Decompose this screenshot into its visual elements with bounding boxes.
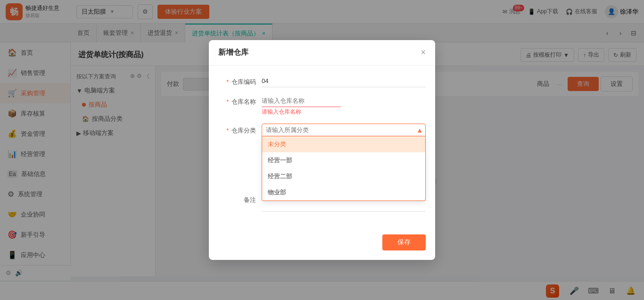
remark-label: 备注 xyxy=(218,193,256,204)
name-required-star: * xyxy=(226,98,229,105)
modal-overlay: 新增仓库 × * 仓库编码 * 仓库名称 请输入仓库名称 xyxy=(0,0,644,300)
name-label-text: 仓库名称 xyxy=(231,98,256,105)
save-button[interactable]: 保存 xyxy=(382,234,426,250)
required-star: * xyxy=(226,78,229,85)
dropdown-item-property[interactable]: 物业部 xyxy=(262,184,425,200)
dropdown-item-dept2[interactable]: 经营二部 xyxy=(262,168,425,184)
name-label: * 仓库名称 xyxy=(218,95,256,106)
form-row-name: * 仓库名称 请输入仓库名称 xyxy=(218,95,426,116)
modal-footer: 保存 xyxy=(209,229,435,260)
name-input[interactable] xyxy=(262,95,341,107)
dropdown-item-uncategorized[interactable]: 未分类 xyxy=(262,136,425,152)
category-select-wrap: ▲ 未分类 经营一部 经营二部 物业部 xyxy=(262,124,426,136)
category-label: * 仓库分类 xyxy=(218,124,256,135)
cat-required-star: * xyxy=(226,127,229,134)
cat-label-text: 仓库分类 xyxy=(231,127,256,134)
modal-title: 新增仓库 xyxy=(218,48,248,58)
code-input[interactable] xyxy=(262,75,426,87)
form-row-category: * 仓库分类 ▲ 未分类 经营一部 经营二部 物业部 xyxy=(218,124,426,136)
modal-close-button[interactable]: × xyxy=(421,48,426,58)
form-row-code: * 仓库编码 xyxy=(218,75,426,87)
modal-body: * 仓库编码 * 仓库名称 请输入仓库名称 * xyxy=(209,66,435,229)
category-input[interactable] xyxy=(262,124,426,136)
remark-label-text: 备注 xyxy=(244,196,256,203)
category-dropdown: 未分类 经营一部 经营二部 物业部 xyxy=(262,136,426,201)
category-arrow-icon[interactable]: ▲ xyxy=(416,126,423,134)
new-warehouse-modal: 新增仓库 × * 仓库编码 * 仓库名称 请输入仓库名称 xyxy=(209,40,435,260)
code-label: * 仓库编码 xyxy=(218,75,256,86)
code-label-text: 仓库编码 xyxy=(231,78,256,85)
dropdown-item-dept1[interactable]: 经营一部 xyxy=(262,152,425,168)
modal-header: 新增仓库 × xyxy=(209,40,435,66)
name-error-msg: 请输入仓库名称 xyxy=(262,108,426,116)
